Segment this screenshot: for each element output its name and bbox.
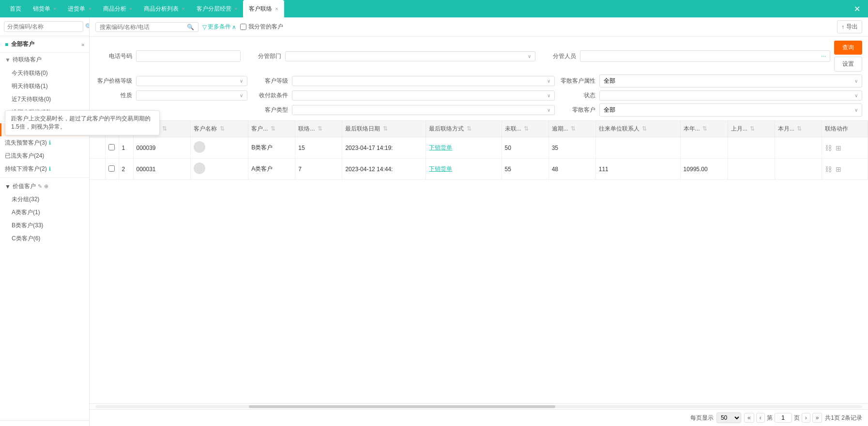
filter-col-gender: 性质 ∨ bbox=[95, 90, 247, 101]
col-last-month[interactable]: 上月... ⇅ bbox=[728, 121, 775, 137]
total-records: 共1页 2条记录 bbox=[825, 414, 862, 422]
nav-purchase-order[interactable]: 进货单 × bbox=[62, 0, 97, 17]
col-name[interactable]: 客户名称 ⇅ bbox=[191, 121, 248, 137]
query-button[interactable]: 查询 bbox=[834, 41, 862, 55]
retail-attr-select[interactable]: 全部 ∨ bbox=[599, 74, 862, 88]
sidebar-search-input[interactable] bbox=[4, 21, 83, 32]
nav-customer-contact[interactable]: 客户联络 × bbox=[243, 0, 284, 17]
sidebar-search-icon[interactable]: 🔍 bbox=[85, 23, 90, 30]
cell-last-method: 下销货单 bbox=[426, 137, 502, 159]
manager-select[interactable]: ··· bbox=[580, 50, 830, 62]
col-last-date[interactable]: 最后联络日期 ⇅ bbox=[342, 121, 426, 137]
grid-action-icon[interactable]: ⊞ bbox=[836, 165, 841, 173]
table-header-row: ⚙ # 客户编码 ⇅ 客户名称 ⇅ bbox=[90, 121, 868, 137]
more-conditions-btn[interactable]: ▽ 更多条件 ∧ bbox=[202, 23, 236, 31]
cell-last-month bbox=[728, 159, 775, 180]
sidebar-item-class-c[interactable]: C类客户(6) bbox=[0, 232, 89, 245]
sidebar-item-continuous-down[interactable]: 持续下滑客户(2) ℹ bbox=[0, 162, 89, 176]
sort-icon10: ⇅ bbox=[702, 125, 707, 132]
sidebar-item-7days[interactable]: 近7天待联络(0) bbox=[0, 93, 89, 106]
sidebar-collapse-icon[interactable]: » bbox=[81, 42, 84, 47]
search-input[interactable] bbox=[100, 24, 187, 30]
col-overdue[interactable]: 逾期... ⇅ bbox=[548, 121, 595, 137]
price-level-select[interactable]: ∨ bbox=[136, 76, 247, 86]
customer-level-select[interactable]: ∨ bbox=[292, 76, 555, 86]
nav-product-analysis-list-close[interactable]: × bbox=[182, 6, 184, 12]
settings-button[interactable]: 设置 bbox=[834, 57, 862, 72]
col-contacts[interactable]: 联络... ⇅ bbox=[295, 121, 342, 137]
export-btn[interactable]: ↑ 导出 bbox=[837, 20, 862, 33]
sidebar-item-unclassified[interactable]: 未分组(32) bbox=[0, 193, 89, 206]
col-this-month[interactable]: 本月... ⇅ bbox=[775, 121, 822, 137]
retail-customer-select[interactable]: 全部 ∨ bbox=[599, 103, 862, 117]
sidebar-all-customers[interactable]: ■ 全部客户 » bbox=[0, 36, 89, 53]
close-all-tabs[interactable]: ✕ bbox=[850, 4, 864, 14]
cell-unit-contacts bbox=[595, 137, 680, 159]
nav-product-analysis[interactable]: 商品分析 × bbox=[97, 0, 138, 17]
col-category[interactable]: 客户... ⇅ bbox=[248, 121, 295, 137]
row-checkbox[interactable] bbox=[108, 165, 115, 172]
sidebar-value-group-header[interactable]: ▼ 价值客户 ✎ ⊕ bbox=[0, 180, 89, 193]
avatar bbox=[194, 162, 205, 174]
nav-purchase-order-close[interactable]: × bbox=[88, 6, 91, 12]
grid-action-icon[interactable]: ⊞ bbox=[836, 144, 841, 152]
col-pending[interactable]: 未联... ⇅ bbox=[502, 121, 548, 137]
retail-attr-label: 零散客户属性 bbox=[559, 77, 597, 85]
col-last-method[interactable]: 最后联络方式 ⇅ bbox=[426, 121, 502, 137]
page-number-input[interactable] bbox=[775, 413, 792, 423]
nav-sales-order[interactable]: 销货单 × bbox=[27, 0, 62, 17]
nav-home[interactable]: 首页 bbox=[4, 0, 27, 17]
last-method-link[interactable]: 下销货单 bbox=[429, 165, 452, 172]
gender-select[interactable]: ∨ bbox=[136, 90, 247, 101]
sidebar-item-class-b[interactable]: B类客户(33) bbox=[0, 219, 89, 232]
chevron-down-icon5: ∨ bbox=[240, 93, 243, 98]
link-action-icon[interactable]: ⛓ bbox=[825, 165, 832, 173]
horizontal-scrollbar[interactable] bbox=[90, 403, 868, 409]
filter-col-manager: 分管人员 ··· bbox=[539, 50, 830, 62]
nav-sales-order-close[interactable]: × bbox=[53, 6, 56, 12]
sidebar-item-already-lost[interactable]: 已流失客户(24) bbox=[0, 149, 89, 162]
col-unit-contacts[interactable]: 往来单位联系人 ⇅ bbox=[595, 121, 680, 137]
cell-last-date: 2023-04-12 14:44: bbox=[342, 159, 426, 180]
filter-col-price: 客户价格等级 ∨ bbox=[95, 76, 247, 86]
per-page-select[interactable]: 50 20 100 bbox=[716, 412, 741, 423]
row-checkbox[interactable] bbox=[108, 144, 115, 150]
filter-actions: 查询 设置 bbox=[834, 41, 862, 72]
nav-customer-contact-close[interactable]: × bbox=[275, 6, 278, 12]
cell-this-month bbox=[775, 137, 822, 159]
sidebar-item-today[interactable]: 今天待联络(0) bbox=[0, 67, 89, 80]
top-navigation: 首页 销货单 × 进货单 × 商品分析 × 商品分析列表 × 客户分层经营 × … bbox=[0, 0, 868, 17]
sidebar-item-lost-warning[interactable]: 流失预警客户(3) ℹ bbox=[0, 136, 89, 149]
status-select[interactable]: ∨ bbox=[599, 90, 862, 101]
dept-select[interactable]: ∨ bbox=[285, 51, 535, 61]
prev-page-btn[interactable]: ‹ bbox=[756, 413, 765, 423]
customer-type-select[interactable]: ∨ bbox=[292, 105, 555, 115]
edit-icon[interactable]: ✎ bbox=[38, 183, 42, 190]
dept-label: 分管部门 bbox=[244, 52, 283, 60]
sidebar-pending-group: ▼ 待联络客户 今天待联络(0) 明天待联络(1) 近7天待联络(0) 逾期未联… bbox=[0, 53, 89, 119]
sort-icon2: ⇅ bbox=[220, 125, 225, 132]
nav-customer-tier[interactable]: 客户分层经营 × bbox=[191, 0, 243, 17]
next-page-btn[interactable]: › bbox=[802, 413, 810, 423]
payment-select[interactable]: ∨ bbox=[292, 90, 555, 101]
search-icon[interactable]: 🔍 bbox=[187, 24, 194, 30]
cell-category: B类客户 bbox=[248, 137, 295, 159]
sidebar-item-class-a[interactable]: A类客户(1) bbox=[0, 206, 89, 219]
nav-product-analysis-list[interactable]: 商品分析列表 × bbox=[138, 0, 190, 17]
first-page-btn[interactable]: « bbox=[744, 413, 754, 423]
col-this-year[interactable]: 本年... ⇅ bbox=[680, 121, 728, 137]
nav-customer-tier-close[interactable]: × bbox=[234, 6, 237, 12]
cell-this-year: 10995.00 bbox=[680, 159, 728, 180]
my-customers-checkbox[interactable] bbox=[240, 24, 246, 30]
sidebar-item-tomorrow[interactable]: 明天待联络(1) bbox=[0, 80, 89, 93]
sort-icon3: ⇅ bbox=[271, 125, 275, 132]
phone-input[interactable] bbox=[136, 50, 241, 62]
sidebar-pending-title[interactable]: ▼ 待联络客户 bbox=[0, 53, 89, 67]
nav-product-analysis-close[interactable]: × bbox=[129, 6, 132, 12]
chevron-down-icon9: ∨ bbox=[854, 107, 858, 113]
last-method-link[interactable]: 下销货单 bbox=[429, 144, 452, 151]
sort-icon6: ⇅ bbox=[467, 125, 472, 132]
settings-icon-small[interactable]: ⊕ bbox=[44, 183, 48, 190]
link-action-icon[interactable]: ⛓ bbox=[825, 144, 832, 152]
last-page-btn[interactable]: » bbox=[812, 413, 822, 423]
